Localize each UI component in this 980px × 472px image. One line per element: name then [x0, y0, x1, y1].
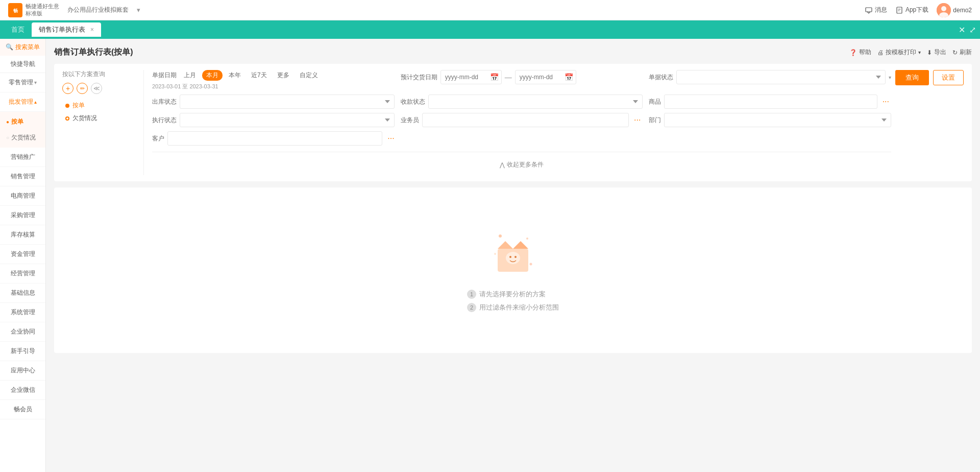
user-area[interactable]: demo2 [937, 3, 972, 17]
sidebar-item-ecommerce[interactable]: 电商管理 [0, 186, 45, 206]
customer-more-icon[interactable]: ··· [385, 134, 396, 143]
sidebar-item-operations[interactable]: 经营管理 [0, 264, 45, 284]
salesperson-input[interactable] [422, 113, 629, 127]
scheme-option-backorder-label: 欠货情况 [72, 114, 97, 123]
sidebar-item-enterprise[interactable]: 企业协同 [0, 322, 45, 342]
sidebar-item-wechat[interactable]: 企业微信 [0, 381, 45, 400]
sidebar-item-sales[interactable]: 销售管理 [0, 167, 45, 186]
print-icon: 🖨 [877, 49, 884, 56]
scheme-option-order-label: 按单 [72, 101, 85, 110]
chevron-icon: ▾ [34, 80, 37, 85]
export-btn[interactable]: ⬇ 导出 [927, 48, 946, 57]
tab-close-icon[interactable]: × [90, 26, 94, 33]
scheme-label: 按以下方案查询 [62, 70, 137, 79]
add-scheme-btn[interactable]: + [62, 83, 74, 94]
empty-tip-2-text: 用过滤条件来缩小分析范围 [479, 303, 559, 312]
salesperson-more-icon[interactable]: ··· [632, 115, 643, 125]
date-tab-year[interactable]: 本年 [225, 70, 245, 81]
date-tab-more[interactable]: 更多 [273, 70, 293, 81]
sidebar-item-wechat-label: 企业微信 [11, 386, 35, 393]
empty-tip-1: 1 请先选择要分析的方案 [467, 290, 559, 299]
sidebar-item-system[interactable]: 系统管理 [0, 303, 45, 322]
date-tab-custom[interactable]: 自定义 [296, 70, 322, 81]
app-download-action[interactable]: App下载 [895, 6, 928, 14]
sidebar-item-onboarding[interactable]: 新手引导 [0, 342, 45, 361]
settings-button[interactable]: 设置 [933, 70, 964, 85]
sidebar-item-inventory[interactable]: 库存核算 [0, 225, 45, 245]
print-btn[interactable]: 🖨 按模板打印 ▾ [877, 48, 921, 57]
tab-home[interactable]: 首页 [4, 22, 32, 37]
calendar-end-icon[interactable]: 📅 [565, 73, 573, 81]
help-btn[interactable]: ❓ 帮助 [849, 48, 871, 57]
sub-item-order[interactable]: ● 按单 [0, 114, 45, 130]
expected-date-start-wrap: 📅 [440, 70, 502, 84]
sidebar-item-marketing[interactable]: 营销推广 [0, 148, 45, 167]
goods-input[interactable] [664, 95, 877, 109]
filter-panel: 按以下方案查询 + ✏ ≪ 按单 欠货情况 [54, 64, 972, 181]
execution-select[interactable] [180, 113, 395, 127]
calendar-start-icon[interactable]: 📅 [490, 73, 499, 81]
sidebar-item-purchase[interactable]: 采购管理 [0, 206, 45, 225]
date-tab-prev-month[interactable]: 上月 [180, 70, 200, 81]
sidebar-item-retail[interactable]: 零售管理 ▾ [0, 73, 45, 92]
sidebar-item-basic[interactable]: 基础信息 [0, 284, 45, 303]
payment-select[interactable] [428, 95, 643, 109]
sub-item-backorder[interactable]: ○ 欠货情况 [0, 130, 45, 146]
sidebar-shortcut[interactable]: 快捷导航 [0, 56, 45, 73]
tab-current[interactable]: 销售订单执行表 × [32, 22, 101, 37]
sidebar-item-inventory-label: 库存核算 [11, 231, 35, 238]
svg-point-11 [499, 234, 502, 238]
date-tabs: 上月 本月 本年 近7天 更多 自定义 [180, 70, 322, 81]
dept-select[interactable] [664, 113, 891, 127]
date-tab-7days[interactable]: 近7天 [247, 70, 271, 81]
print-dropdown-icon: ▾ [918, 50, 921, 55]
tab-close-btn[interactable]: ✕ [959, 25, 965, 35]
sidebar-item-member[interactable]: 畅会员 [0, 400, 45, 419]
svg-text:畅: 畅 [13, 8, 18, 13]
filter-fields: 单据日期 上月 本月 本年 近7天 更多 自定义 [144, 70, 964, 175]
tab-expand-btn[interactable]: ⤢ [969, 25, 976, 35]
query-button[interactable]: 查询 [895, 70, 929, 85]
search-menu-label: 搜索菜单 [15, 43, 40, 51]
tab-home-label: 首页 [11, 25, 24, 34]
sidebar-search[interactable]: 🔍 搜索菜单 [0, 39, 45, 56]
tip-num-2: 2 [467, 303, 476, 312]
goods-more-icon[interactable]: ··· [880, 97, 891, 106]
salesperson-field: 业务员 ··· [401, 113, 643, 127]
sidebar-item-operations-label: 经营管理 [11, 270, 35, 277]
refresh-btn[interactable]: ↻ 刷新 [952, 48, 972, 57]
collapse-scheme-btn[interactable]: ≪ [91, 83, 102, 94]
header-right: 消息 App下载 demo2 [865, 3, 972, 17]
tab-current-label: 销售订单执行表 [39, 25, 85, 34]
customer-input[interactable] [167, 131, 382, 146]
dropdown-icon[interactable]: ▾ [137, 6, 140, 14]
scheme-actions: + ✏ ≪ [62, 83, 137, 94]
message-action[interactable]: 消息 [865, 6, 887, 14]
sidebar-item-wholesale[interactable]: 批发管理 ▴ [0, 92, 45, 112]
sidebar-item-apps[interactable]: 应用中心 [0, 361, 45, 381]
edit-scheme-btn[interactable]: ✏ [77, 83, 88, 94]
sidebar-item-sales-label: 销售管理 [11, 173, 35, 180]
collapse-btn[interactable]: ⋀ 收起更多条件 [500, 156, 544, 169]
empty-tips: 1 请先选择要分析的方案 2 用过滤条件来缩小分析范围 [467, 290, 559, 312]
radio-empty-icon: ○ [6, 135, 9, 140]
svg-rect-2 [866, 8, 872, 12]
logo-text: 畅捷通好生意 标准版 [26, 3, 59, 16]
chevron-up-icon: ▴ [34, 99, 37, 105]
sidebar-item-system-label: 系统管理 [11, 309, 35, 316]
salesperson-label: 业务员 [401, 116, 419, 125]
outbound-select[interactable] [180, 95, 395, 109]
date-tab-current-month[interactable]: 本月 [202, 70, 223, 81]
sub-sidebar: ● 按单 ○ 欠货情况 [0, 112, 45, 148]
status-label: 单据状态 [649, 73, 673, 82]
sidebar-item-finance[interactable]: 资金管理 [0, 245, 45, 264]
sub-item-order-label: 按单 [11, 117, 23, 126]
scheme-option-backorder[interactable]: 欠货情况 [62, 112, 137, 125]
page-title: 销售订单执行表(按单) [54, 47, 133, 58]
svg-point-5 [941, 6, 946, 11]
dept-label: 部门 [649, 116, 661, 125]
sub-item-backorder-label: 欠货情况 [11, 133, 36, 142]
status-select[interactable] [676, 70, 886, 84]
scheme-option-order[interactable]: 按单 [62, 99, 137, 112]
expected-date-end-wrap: 📅 [515, 70, 576, 84]
